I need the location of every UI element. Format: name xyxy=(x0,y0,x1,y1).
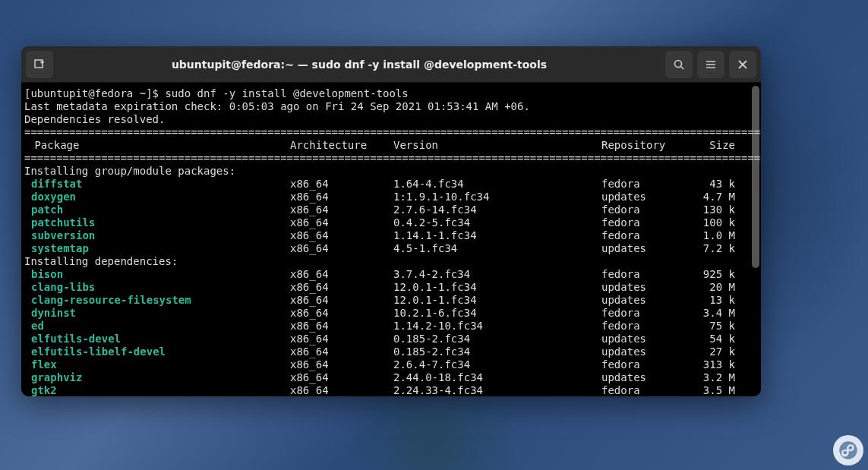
fedora-activities-logo[interactable] xyxy=(833,435,863,465)
pkg-size: 3.4 M xyxy=(690,307,735,320)
divider-line: ========================================… xyxy=(24,152,758,165)
terminal-line: [ubuntupit@fedora ~]$ sudo dnf -y instal… xyxy=(24,87,758,100)
window-titlebar: ubuntupit@fedora:~ — sudo dnf -y install… xyxy=(21,46,761,83)
package-row: gtk2x86_642.24.33-4.fc34fedora3.5 M xyxy=(24,384,758,396)
pkg-repo: fedora xyxy=(601,229,690,242)
pkg-arch: x86_64 xyxy=(290,178,393,191)
window-title: ubuntupit@fedora:~ — sudo dnf -y install… xyxy=(58,58,661,71)
pkg-repo: fedora xyxy=(601,358,690,371)
package-row: flexx86_642.6.4-7.fc34fedora313 k xyxy=(24,358,758,371)
pkg-name: dyninst xyxy=(31,307,76,319)
pkg-size: 27 k xyxy=(690,345,735,358)
terminal-body[interactable]: [ubuntupit@fedora ~]$ sudo dnf -y instal… xyxy=(21,83,761,396)
pkg-version: 1.14.1-1.fc34 xyxy=(393,229,601,242)
pkg-arch: x86_64 xyxy=(290,216,393,229)
package-row: systemtapx86_644.5-1.fc34updates7.2 k xyxy=(24,242,758,255)
pkg-repo: fedora xyxy=(601,384,690,396)
pkg-name: elfutils-libelf-devel xyxy=(31,345,166,358)
pkg-name-cell: dyninst xyxy=(24,307,290,320)
package-row: elfutils-libelf-develx86_640.185-2.fc34u… xyxy=(24,345,758,358)
pkg-version: 2.24.33-4.fc34 xyxy=(393,384,601,396)
pkg-repo: fedora xyxy=(601,307,690,320)
pkg-name: clang-resource-filesystem xyxy=(31,294,191,306)
pkg-arch: x86_64 xyxy=(290,268,393,281)
pkg-version: 4.5-1.fc34 xyxy=(393,242,601,255)
package-row: edx86_641.14.2-10.fc34fedora75 k xyxy=(24,320,758,333)
section-group: Installing group/module packages: xyxy=(24,165,758,178)
pkg-size: 7.2 k xyxy=(690,242,735,255)
package-row: elfutils-develx86_640.185-2.fc34updates5… xyxy=(24,333,758,345)
terminal-output: [ubuntupit@fedora ~]$ sudo dnf -y instal… xyxy=(21,83,761,396)
pkg-version: 2.6.4-7.fc34 xyxy=(393,358,601,371)
pkg-size: 75 k xyxy=(690,320,735,333)
pkg-repo: fedora xyxy=(601,178,690,191)
pkg-repo: fedora xyxy=(601,216,690,229)
pkg-name: diffstat xyxy=(31,178,82,190)
pkg-arch: x86_64 xyxy=(290,384,393,396)
header-arch: Architecture xyxy=(290,139,393,152)
pkg-size: 925 k xyxy=(690,268,735,281)
pkg-name-cell: ed xyxy=(24,320,290,333)
pkg-size: 313 k xyxy=(690,358,735,371)
section-deps: Installing dependencies: xyxy=(24,255,758,268)
package-row: subversionx86_641.14.1-1.fc34fedora1.0 M xyxy=(24,229,758,242)
pkg-arch: x86_64 xyxy=(290,307,393,320)
pkg-name: bison xyxy=(31,268,63,280)
pkg-version: 0.4.2-5.fc34 xyxy=(393,216,601,229)
header-package: Package xyxy=(24,139,290,152)
pkg-version: 2.44.0-18.fc34 xyxy=(393,371,601,384)
pkg-name: graphviz xyxy=(31,371,82,383)
pkg-repo: updates xyxy=(601,242,690,255)
pkg-arch: x86_64 xyxy=(290,191,393,203)
pkg-name-cell: graphviz xyxy=(24,371,290,384)
pkg-name: clang-libs xyxy=(31,281,95,293)
pkg-arch: x86_64 xyxy=(290,371,393,384)
pkg-name-cell: bison xyxy=(24,268,290,281)
package-row: patchx86_642.7.6-14.fc34fedora130 k xyxy=(24,203,758,216)
new-tab-button[interactable] xyxy=(26,51,53,78)
package-row: bisonx86_643.7.4-2.fc34fedora925 k xyxy=(24,268,758,281)
pkg-arch: x86_64 xyxy=(290,358,393,371)
pkg-name-cell: doxygen xyxy=(24,191,290,203)
pkg-repo: fedora xyxy=(601,268,690,281)
pkg-name: patch xyxy=(31,203,63,216)
svg-point-1 xyxy=(675,60,682,67)
pkg-name-cell: elfutils-devel xyxy=(24,333,290,345)
pkg-size: 4.7 M xyxy=(690,191,735,203)
pkg-size: 100 k xyxy=(690,216,735,229)
close-icon xyxy=(737,59,748,70)
pkg-name-cell: clang-libs xyxy=(24,281,290,294)
pkg-arch: x86_64 xyxy=(290,320,393,333)
package-row: graphvizx86_642.44.0-18.fc34updates3.2 M xyxy=(24,371,758,384)
search-button[interactable] xyxy=(665,51,693,78)
pkg-version: 1.14.2-10.fc34 xyxy=(393,320,601,333)
terminal-line: PackageArchitectureVersionRepositorySize xyxy=(24,139,758,152)
menu-button[interactable] xyxy=(697,51,724,78)
package-row: clang-libsx86_6412.0.1-1.fc34updates20 M xyxy=(24,281,758,294)
pkg-version: 12.0.1-1.fc34 xyxy=(393,281,601,294)
close-button[interactable] xyxy=(729,51,756,78)
pkg-arch: x86_64 xyxy=(290,242,393,255)
pkg-repo: updates xyxy=(601,345,690,358)
pkg-arch: x86_64 xyxy=(290,281,393,294)
pkg-arch: x86_64 xyxy=(290,203,393,216)
pkg-arch: x86_64 xyxy=(290,229,393,242)
header-version: Version xyxy=(393,139,601,152)
new-tab-icon xyxy=(33,58,46,71)
pkg-size: 3.2 M xyxy=(690,371,735,384)
pkg-arch: x86_64 xyxy=(290,294,393,307)
pkg-name-cell: elfutils-libelf-devel xyxy=(24,345,290,358)
header-size: Size xyxy=(690,139,735,152)
pkg-name: doxygen xyxy=(31,191,76,203)
pkg-repo: updates xyxy=(601,333,690,345)
pkg-repo: fedora xyxy=(601,203,690,216)
pkg-name-cell: subversion xyxy=(24,229,290,242)
pkg-repo: updates xyxy=(601,294,690,307)
pkg-version: 1.64-4.fc34 xyxy=(393,178,601,191)
package-row: doxygenx86_641:1.9.1-10.fc34updates4.7 M xyxy=(24,191,758,203)
package-row: diffstatx86_641.64-4.fc34fedora43 k xyxy=(24,178,758,191)
pkg-repo: fedora xyxy=(601,320,690,333)
pkg-size: 3.5 M xyxy=(690,384,735,396)
terminal-window: ubuntupit@fedora:~ — sudo dnf -y install… xyxy=(21,46,761,396)
pkg-size: 43 k xyxy=(690,178,735,191)
